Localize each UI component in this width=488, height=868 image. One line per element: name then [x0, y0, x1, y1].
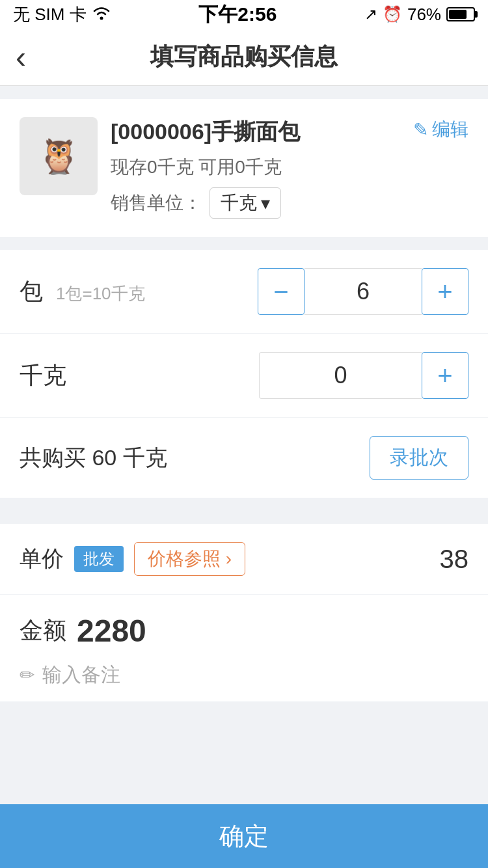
- confirm-button[interactable]: 确定: [0, 804, 488, 868]
- remark-icon: ✏: [20, 664, 34, 686]
- product-card: 🦉 [0000006]手撕面包 现存0千克 可用0千克 销售单位： 千克 ▾ ✎…: [0, 99, 488, 237]
- input-section: 包 1包=10千克 − + 千克 +: [0, 250, 488, 418]
- amount-row: 金额 2280: [20, 613, 468, 649]
- status-left: 无 SIM 卡: [13, 3, 111, 26]
- amount-label: 金额: [20, 615, 66, 647]
- package-stepper: − +: [258, 268, 468, 315]
- kilogram-input[interactable]: [259, 352, 422, 399]
- amount-value: 2280: [77, 613, 146, 649]
- product-unit-row: 销售单位： 千克 ▾: [111, 187, 468, 219]
- kilogram-label: 千克: [20, 360, 259, 392]
- time-display: 下午2:56: [198, 1, 277, 28]
- total-text: 共购买 60 千克: [20, 443, 167, 473]
- separator-2: [0, 498, 488, 511]
- package-input[interactable]: [305, 268, 422, 315]
- kilogram-row: 千克 +: [0, 334, 488, 418]
- svg-point-0: [100, 16, 103, 20]
- back-button[interactable]: ‹: [16, 39, 26, 75]
- total-row: 共购买 60 千克 录批次: [0, 418, 488, 498]
- remark-placeholder: 输入备注: [42, 662, 120, 688]
- location-icon: ↗: [364, 5, 377, 23]
- product-stock: 现存0千克 可用0千克: [111, 155, 468, 180]
- price-reference-button[interactable]: 价格参照 ›: [134, 542, 245, 576]
- product-image: 🦉: [20, 117, 98, 195]
- carrier-text: 无 SIM 卡: [13, 3, 87, 26]
- plus-icon: +: [437, 277, 452, 306]
- price-label: 单价: [20, 544, 64, 574]
- kilogram-plus-button[interactable]: +: [422, 352, 468, 399]
- kilogram-stepper: +: [259, 352, 468, 399]
- separator-1: [0, 237, 488, 250]
- batch-button[interactable]: 录批次: [370, 436, 468, 480]
- remark-row[interactable]: ✏ 输入备注: [20, 662, 468, 688]
- price-value: 38: [440, 545, 469, 574]
- package-label: 包 1包=10千克: [20, 276, 258, 308]
- battery-percent: 76%: [407, 5, 441, 25]
- price-tag: 批发: [74, 546, 124, 572]
- minus-icon: −: [273, 277, 288, 306]
- page-title: 填写商品购买信息: [150, 41, 338, 73]
- package-minus-button[interactable]: −: [258, 268, 305, 315]
- product-thumbnail: 🦉: [38, 137, 80, 176]
- wifi-icon: [92, 5, 111, 25]
- package-sublabel: 1包=10千克: [56, 284, 145, 303]
- nav-bar: ‹ 填写商品购买信息: [0, 29, 488, 86]
- plus-icon-kg: +: [437, 361, 452, 390]
- edit-icon: ✎: [413, 119, 428, 141]
- price-section: 单价 批发 价格参照 › 38: [0, 524, 488, 595]
- edit-button[interactable]: ✎ 编辑: [413, 117, 468, 142]
- unit-select[interactable]: 千克 ▾: [210, 187, 281, 219]
- amount-section: 金额 2280 ✏ 输入备注: [0, 595, 488, 701]
- battery-icon: [446, 7, 475, 21]
- package-row: 包 1包=10千克 − +: [0, 250, 488, 334]
- chevron-down-icon: ▾: [261, 193, 270, 214]
- alarm-icon: ⏰: [383, 5, 402, 23]
- unit-label: 销售单位：: [111, 191, 202, 215]
- status-bar: 无 SIM 卡 下午2:56 ↗ ⏰ 76%: [0, 0, 488, 29]
- package-plus-button[interactable]: +: [422, 268, 468, 315]
- status-right: ↗ ⏰ 76%: [364, 5, 475, 25]
